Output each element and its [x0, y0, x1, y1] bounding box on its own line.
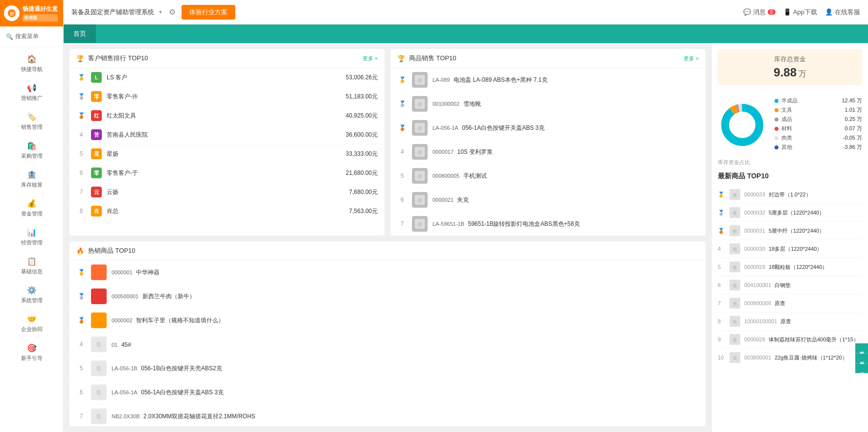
product-sales-row[interactable]: 6 图 0000021 夹克 — [390, 188, 706, 212]
new-product-img: 图 — [730, 352, 740, 363]
online-service-label: 在线客服 — [835, 8, 860, 17]
sidebar-item-corp[interactable]: 🤝 企业协同 — [0, 309, 63, 338]
search-menu-btn[interactable]: 🔍 搜索菜单 — [4, 30, 59, 43]
settings-icon[interactable]: ⚙ — [169, 7, 176, 17]
hot-product-row[interactable]: 7 图 NB2.0X30B 2.0X30MM双搓花轴搓花直径2.1MM/ROHS — [69, 405, 706, 426]
product-sales-img: 图 — [412, 216, 428, 232]
customer-badge: 红 — [91, 110, 102, 121]
hot-product-info: 0000002 智利车子里（规格不知道填什么） — [112, 316, 699, 325]
product-sales-row[interactable]: 🥉 图 LA-056-1A 056-1A白色按键开关盖ABS 3克 — [390, 116, 706, 140]
sidebar-item-finance[interactable]: 💰 资金管理 — [0, 193, 63, 222]
new-product-row[interactable]: 🥉 图 0000031 5厘中纤（1220*2440） — [718, 222, 862, 240]
product-sales-row[interactable]: 🥈 图 001000002 雪地靴 — [390, 92, 706, 116]
customer-ranking-row[interactable]: 8 肖 肖总 7,563.00元 — [69, 202, 385, 220]
product-sales-row[interactable]: 🥇 图 LA-089 电池盖 LA-089 ABS本色+黑种 7.1克 — [390, 68, 706, 92]
customer-name: 零售客户-许 — [107, 93, 341, 101]
system-selector[interactable]: 装备及固定资产辅助管理系统 ▼ — [71, 8, 163, 17]
rank-number: 8 — [76, 208, 86, 215]
sidebar-item-marketing[interactable]: 📢 营销推广 — [0, 78, 63, 107]
hot-product-row[interactable]: 🥉 0000002 智利车子里（规格不知道填什么） — [69, 309, 706, 333]
sidebar-item-system[interactable]: ⚙️ 系统管理 — [0, 280, 63, 309]
sidebar-label-finance: 资金管理 — [21, 210, 43, 217]
inventory-total-label: 库存总资金 — [724, 55, 856, 64]
customer-badge: 零 — [91, 168, 102, 178]
hot-product-info: 01 45# — [112, 341, 699, 348]
svg-text:图: 图 — [418, 78, 422, 83]
customer-ranking-row[interactable]: 🥇 L LS 客户 53,006.26元 — [69, 68, 385, 87]
hot-product-row[interactable]: 6 图 LA-056-1A 056-1A白色按键开关盖ABS 3克 — [69, 381, 706, 405]
svg-text:好: 好 — [9, 11, 15, 16]
customer-ranking-row[interactable]: 🥉 红 红太阳文具 40,925.00元 — [69, 106, 385, 125]
new-product-row[interactable]: 8 图 10000100001 原查 — [718, 312, 862, 331]
customer-ranking-row[interactable]: 6 零 零售客户-于 21,680.00元 — [69, 164, 385, 183]
customer-badge: 云 — [91, 187, 102, 197]
hot-products-list: 🥇 0000001 中华神器 🥈 000500001 新西兰牛肉（新牛） 🥉 0… — [69, 261, 706, 426]
product-code: LA-056-1A — [433, 125, 458, 131]
product-sales-row[interactable]: 5 图 000800005 手机测试 — [390, 164, 706, 188]
hot-product-info: 0000001 中华神器 — [112, 268, 699, 277]
new-product-row[interactable]: 🥇 图 0000033 封边带（1.0*22） — [718, 186, 862, 204]
hot-product-row[interactable]: 4 图 01 45# — [69, 333, 706, 357]
rank-number: 7 — [76, 189, 86, 195]
new-product-row[interactable]: 🥈 图 0000032 5厘多层（1220*2440） — [718, 204, 862, 222]
rank-number: 6 — [76, 389, 86, 396]
legend-dot — [775, 99, 778, 103]
customer-ranking-row[interactable]: 7 云 云扬 7,680.00元 — [69, 183, 385, 202]
search-section[interactable]: 🔍 搜索菜单 — [0, 26, 63, 47]
customer-ranking-row[interactable]: 4 苦 苦南县人民医院 36,600.00元 — [69, 125, 385, 144]
sidebar-item-shortcut[interactable]: 🏠 快捷导航 — [0, 49, 63, 78]
content-area: 🏆 客户销售排行 TOP10 更多 > 🥇 L LS 客户 53,006.26元… — [64, 43, 868, 432]
app-download-btn[interactable]: 📱 App下载 — [783, 8, 817, 17]
product-sales-info: 001000002 雪地靴 — [433, 100, 699, 108]
hot-product-row[interactable]: 5 图 LA-056-1B 056-1B白色按键开关壳ABS2克 — [69, 357, 706, 381]
hot-product-row[interactable]: 🥇 0000001 中华神器 — [69, 261, 706, 285]
product-sales-row[interactable]: 7 图 LA-59651-1B 59651-1B旋转投影灯电池盒ABS黑色+58… — [390, 212, 706, 236]
hot-product-row[interactable]: 🥈 000500001 新西兰牛肉（新牛） — [69, 285, 706, 309]
legend-item: 肉类 -0.05 万 — [775, 134, 862, 142]
new-product-row[interactable]: 9 图 0000028 体制荔枝味苏打饮品400毫升（1*15） — [718, 331, 862, 349]
new-product-row[interactable]: 7 图 000800008 原查 — [718, 294, 862, 312]
sidebar-item-sales[interactable]: 🏷️ 销售管理 — [0, 107, 63, 136]
message-btn[interactable]: 💬 消息 6 — [743, 8, 776, 17]
new-product-info: 0000031 5厘中纤（1220*2440） — [744, 227, 862, 235]
sidebar-item-guide[interactable]: 🎯 新手引导 — [0, 338, 63, 367]
float-service-btn[interactable]: 客服热线 — [855, 343, 868, 354]
svg-text:图: 图 — [418, 102, 422, 107]
sidebar-item-basic[interactable]: 📋 基础信息 — [0, 251, 63, 280]
new-product-img: 图 — [730, 243, 740, 254]
product-name: 2.0X30MM双搓花轴搓花直径2.1MM/ROHS — [143, 413, 255, 420]
try-btn[interactable]: 体验行业方案 — [182, 5, 235, 20]
float-community-btn[interactable]: 服务社区 — [855, 354, 868, 364]
sidebar-item-purchase[interactable]: 🛍️ 采购管理 — [0, 136, 63, 165]
legend-label: 文具 — [781, 106, 842, 114]
new-product-info: 0000033 封边带（1.0*22） — [744, 191, 862, 198]
online-service-btn[interactable]: 👤 在线客服 — [825, 8, 860, 17]
new-product-row[interactable]: 6 图 004100001 白钢垫 — [718, 276, 862, 294]
product-sales-info: 000800005 手机测试 — [433, 172, 699, 180]
corp-icon: 🤝 — [27, 314, 37, 324]
customer-ranking-row[interactable]: 5 星 星扬 33,333.00元 — [69, 144, 385, 164]
finance-icon: 💰 — [27, 198, 37, 208]
rank-medal: 🥈 — [76, 293, 86, 300]
sidebar-label-basic: 基础信息 — [21, 268, 43, 275]
sidebar-label-purchase: 采购管理 — [21, 152, 43, 160]
rank-medal: 🥇 — [76, 74, 86, 81]
product-code: LA-089 — [433, 77, 450, 83]
product-sales-row[interactable]: 4 图 0000017 10S 变利罗浆 — [390, 140, 706, 164]
float-direct-btn[interactable]: 直播 — [855, 364, 868, 373]
rank-medal: 🥈 — [397, 100, 407, 107]
sidebar-item-inventory[interactable]: 🏦 库存核算 — [0, 165, 63, 193]
new-product-row[interactable]: 4 图 0000030 18多层（1220*2440） — [718, 240, 862, 258]
customer-ranking-more[interactable]: 更多 > — [363, 55, 378, 62]
sidebar-item-operation[interactable]: 📊 经营管理 — [0, 222, 63, 251]
rank-medal: 🥈 — [718, 210, 726, 216]
customer-amount: 53,006.26元 — [346, 73, 378, 82]
new-product-row[interactable]: 5 图 0000029 18颗粒板（1220*2440） — [718, 258, 862, 276]
new-product-row[interactable]: 10 图 003800001 22g鱼豆腐·烧烤味（1*12*20） — [718, 349, 862, 366]
new-product-info: 0000029 18颗粒板（1220*2440） — [744, 264, 862, 271]
customer-ranking-row[interactable]: 🥈 零 零售客户-许 51,183.00元 — [69, 87, 385, 106]
rank-medal: 🥈 — [76, 93, 86, 100]
tab-home[interactable]: 首页 — [64, 24, 96, 43]
message-icon: 💬 — [743, 8, 751, 16]
product-sales-more[interactable]: 更多 > — [684, 55, 699, 62]
